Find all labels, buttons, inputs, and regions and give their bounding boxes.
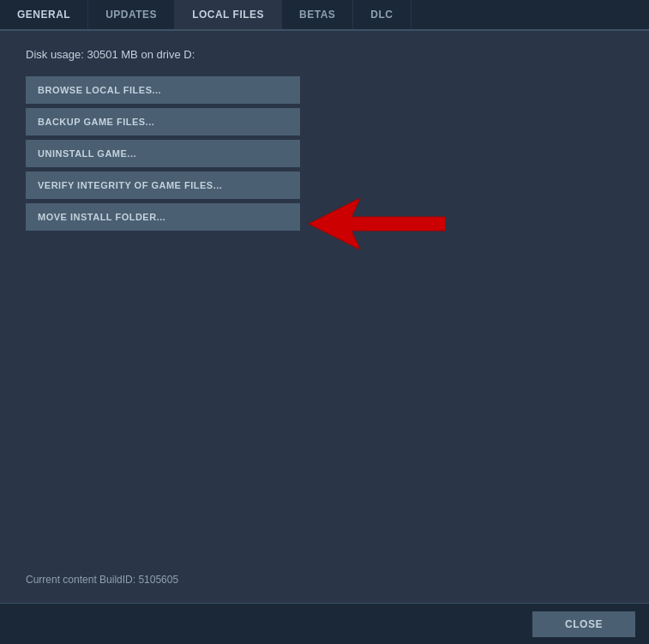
backup-game-files-button[interactable]: BACKUP GAME FILES... [26, 108, 300, 135]
verify-integrity-button[interactable]: VERIFY INTEGRITY OF GAME FILES... [26, 172, 300, 199]
footer: CLOSE [0, 603, 649, 644]
move-install-folder-button[interactable]: MOVE INSTALL FOLDER... [26, 203, 300, 231]
svg-marker-0 [309, 198, 446, 250]
close-button[interactable]: CLOSE [532, 611, 635, 637]
action-buttons-section: BROWSE LOCAL FILES... BACKUP GAME FILES.… [26, 76, 300, 231]
uninstall-game-button[interactable]: UNINSTALL GAME... [26, 140, 300, 167]
arrow-annotation [309, 190, 446, 258]
tab-updates[interactable]: UPDATES [88, 0, 175, 29]
browse-local-files-button[interactable]: BROWSE LOCAL FILES... [26, 76, 300, 104]
tab-bar: GENERAL UPDATES LOCAL FILES BETAS DLC [0, 0, 649, 31]
steam-properties-window: GENERAL UPDATES LOCAL FILES BETAS DLC Di… [0, 0, 649, 644]
tab-dlc[interactable]: DLC [353, 0, 411, 29]
tab-betas[interactable]: BETAS [282, 0, 353, 29]
tab-local-files[interactable]: LOCAL FILES [175, 0, 282, 29]
build-id-label: Current content BuildID: 5105605 [26, 574, 178, 586]
disk-usage-label: Disk usage: 30501 MB on drive D: [26, 48, 623, 61]
main-content: Disk usage: 30501 MB on drive D: BROWSE … [0, 31, 649, 603]
tab-general[interactable]: GENERAL [0, 0, 88, 29]
